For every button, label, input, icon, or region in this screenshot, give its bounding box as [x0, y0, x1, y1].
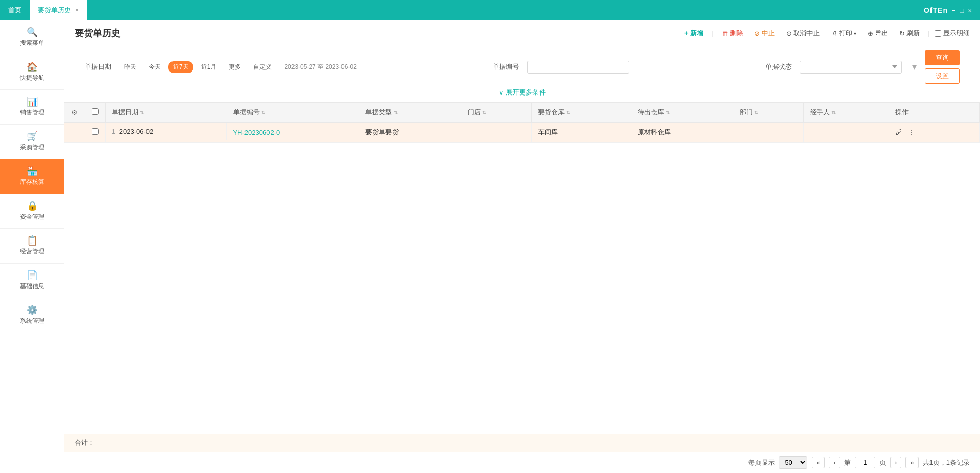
sidebar-item-ops-mgmt[interactable]: 📋 经营管理 — [0, 229, 64, 264]
page-number-input[interactable] — [855, 457, 875, 468]
date-yesterday[interactable]: 昨天 — [119, 61, 141, 73]
table-row: 1 2023-06-02 YH-20230602-0 要货单要货 — [64, 123, 980, 143]
content-area: 要货单历史 + 新增 | 🗑 删除 ⊘ 中止 ⊙ 取消中止 — [64, 20, 980, 473]
row-settings-cell — [64, 123, 85, 143]
row-bill-num-link[interactable]: YH-20230602-0 — [233, 129, 280, 136]
col-dept-label: 部门 — [740, 108, 753, 117]
new-button[interactable]: + 新增 — [681, 27, 706, 40]
select-all-checkbox[interactable] — [92, 108, 99, 115]
row-store-cell — [461, 123, 531, 143]
print-icon: 🖨 — [831, 30, 838, 37]
sidebar-item-basic-info[interactable]: 📄 基础信息 — [0, 264, 64, 298]
tab-active[interactable]: 要货单历史 × — [30, 0, 87, 20]
col-pending-warehouse-sort-icon: ⇅ — [666, 110, 670, 115]
delete-icon: 🗑 — [722, 30, 728, 37]
table-header: ⚙ 单据日期 ⇅ 单据编号 — [64, 103, 980, 123]
window-close[interactable]: × — [968, 7, 972, 14]
cancel-stop-button[interactable]: ⊙ 取消中止 — [783, 27, 823, 40]
col-checkbox[interactable] — [85, 103, 105, 123]
sidebar-item-finance-mgmt[interactable]: 🔒 资金管理 — [0, 194, 64, 229]
first-page-btn[interactable]: « — [812, 457, 824, 468]
sidebar-label-finance-mgmt: 资金管理 — [20, 212, 44, 221]
date-filter-label: 单据日期 — [85, 62, 111, 72]
date-shortcuts: 昨天 今天 近7天 近1月 更多 自定义 — [119, 61, 276, 73]
col-date[interactable]: 单据日期 ⇅ — [105, 103, 227, 123]
row-more-icon[interactable]: ⋮ — [908, 128, 915, 136]
filter-row-1: 单据日期 昨天 今天 近7天 近1月 更多 自定义 2023-05-27 至 2… — [85, 50, 960, 84]
bill-status-select[interactable] — [800, 61, 902, 74]
date-7days[interactable]: 近7天 — [168, 61, 193, 73]
print-dropdown-icon: ▾ — [854, 31, 856, 36]
export-button[interactable]: ⊕ 导出 — [865, 27, 891, 40]
main-layout: 🔍 搜索菜单 🏠 快捷导航 📊 销售管理 🛒 采购管理 🏪 库存核算 🔒 资金管… — [0, 20, 980, 473]
bill-num-input[interactable] — [527, 61, 629, 74]
col-bill-num-label: 单据编号 — [233, 108, 260, 117]
next-page-btn[interactable]: › — [890, 457, 901, 468]
display-detail-checkbox[interactable] — [935, 30, 941, 37]
window-minimize[interactable]: − — [952, 7, 956, 14]
row-req-warehouse-cell: 车间库 — [531, 123, 631, 143]
page-size-select[interactable]: 20 50 100 — [779, 456, 807, 469]
filter-row-expand: ∨ 展开更多条件 — [85, 88, 960, 97]
delete-label: 删除 — [730, 29, 743, 38]
col-handler[interactable]: 经手人 ⇅ — [804, 103, 889, 123]
print-label: 打印 — [839, 29, 852, 38]
row-date: 2023-06-02 — [119, 128, 154, 135]
tab-home[interactable]: 首页 — [0, 0, 30, 20]
expand-more-label: 展开更多条件 — [506, 88, 546, 97]
sidebar-item-search-menu[interactable]: 🔍 搜索菜单 — [0, 20, 64, 55]
col-date-label: 单据日期 — [112, 108, 138, 117]
expand-more-btn[interactable]: ∨ 展开更多条件 — [499, 88, 546, 97]
window-maximize[interactable]: □ — [960, 7, 964, 14]
finance-mgmt-icon: 🔒 — [27, 201, 38, 210]
col-dept[interactable]: 部门 ⇅ — [733, 103, 804, 123]
table-body: 1 2023-06-02 YH-20230602-0 要货单要货 — [64, 123, 980, 143]
sidebar-item-sales-mgmt[interactable]: 📊 销售管理 — [0, 90, 64, 125]
query-button[interactable]: 查询 — [925, 50, 960, 65]
date-1month[interactable]: 近1月 — [197, 61, 222, 73]
table-container: ⚙ 单据日期 ⇅ 单据编号 — [64, 103, 980, 434]
col-pending-warehouse[interactable]: 待出仓库 ⇅ — [631, 103, 733, 123]
stop-icon: ⊘ — [754, 30, 760, 37]
prev-page-btn[interactable]: ‹ — [829, 457, 840, 468]
col-bill-num[interactable]: 单据编号 ⇅ — [227, 103, 359, 123]
date-more[interactable]: 更多 — [224, 61, 246, 73]
page-size-label: 每页显示 — [748, 458, 775, 467]
sales-mgmt-icon: 📊 — [27, 97, 38, 106]
col-store[interactable]: 门店 ⇅ — [461, 103, 531, 123]
ops-mgmt-icon: 📋 — [27, 236, 38, 245]
col-bill-type-sort-icon: ⇅ — [394, 110, 398, 115]
filter-bar: 单据日期 昨天 今天 近7天 近1月 更多 自定义 2023-05-27 至 2… — [75, 45, 970, 102]
last-page-btn[interactable]: » — [905, 457, 918, 468]
delete-button[interactable]: 🗑 删除 — [719, 27, 746, 40]
display-detail-checkbox-label[interactable]: 显示明细 — [935, 29, 970, 38]
stop-button[interactable]: ⊘ 中止 — [751, 27, 778, 40]
sys-mgmt-icon: ⚙️ — [27, 305, 38, 315]
row-bill-num-cell[interactable]: YH-20230602-0 — [227, 123, 359, 143]
print-button[interactable]: 🖨 打印 ▾ — [828, 27, 860, 40]
settings-button[interactable]: 设置 — [925, 68, 960, 84]
date-custom[interactable]: 自定义 — [249, 61, 276, 73]
col-bill-type[interactable]: 单据类型 ⇅ — [359, 103, 461, 123]
row-checkbox[interactable] — [92, 128, 99, 135]
row-dept-cell — [733, 123, 804, 143]
col-req-warehouse-sort-icon: ⇅ — [566, 110, 570, 115]
row-checkbox-cell[interactable] — [85, 123, 105, 143]
sidebar-label-search-menu: 搜索菜单 — [20, 39, 44, 48]
col-handler-sort-icon: ⇅ — [831, 110, 836, 115]
col-settings[interactable]: ⚙ — [64, 103, 85, 123]
tab-close-icon[interactable]: × — [75, 7, 79, 14]
sidebar-item-sys-mgmt[interactable]: ⚙️ 系统管理 — [0, 298, 64, 333]
col-ops: 操作 — [889, 103, 980, 123]
action-btns: 查询 设置 — [925, 50, 960, 84]
row-edit-icon[interactable]: 🖊 — [895, 128, 902, 136]
sidebar-item-quick-nav[interactable]: 🏠 快捷导航 — [0, 55, 64, 90]
sidebar-item-purchase-mgmt[interactable]: 🛒 采购管理 — [0, 125, 64, 159]
sidebar-item-inventory[interactable]: 🏪 库存核算 — [0, 159, 64, 194]
col-ops-label: 操作 — [895, 108, 909, 116]
col-req-warehouse[interactable]: 要货仓库 ⇅ — [531, 103, 631, 123]
date-today[interactable]: 今天 — [144, 61, 165, 73]
row-req-warehouse: 车间库 — [538, 128, 558, 136]
status-dropdown-icon: ▾ — [912, 61, 917, 73]
refresh-button[interactable]: ↻ 刷新 — [896, 27, 923, 40]
